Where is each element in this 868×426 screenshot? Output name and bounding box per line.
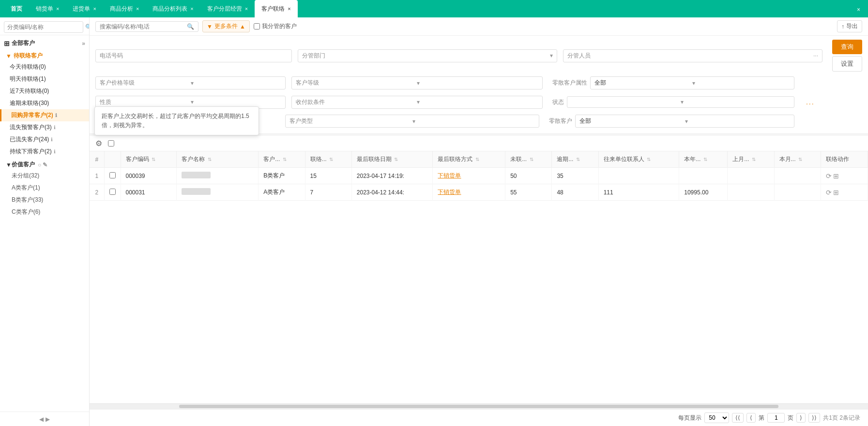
- tab-customer-contact[interactable]: 客户联络 ×: [255, 0, 297, 17]
- col-partner-contact[interactable]: 往来单位联系人 ⇅: [598, 151, 679, 168]
- row1-link-icon[interactable]: ⟳: [826, 172, 832, 180]
- select-all-checkbox[interactable]: [108, 140, 114, 147]
- row1-checkbox[interactable]: [109, 172, 116, 178]
- sidebar-bottom-toggle[interactable]: ◀ ▶: [0, 411, 89, 426]
- my-customers-checkbox[interactable]: [254, 23, 260, 29]
- tab-sales-close[interactable]: ×: [56, 6, 59, 12]
- tab-customer-mgmt-close[interactable]: ×: [245, 6, 248, 12]
- pay-terms-filter[interactable]: 收付款条件 ▾: [291, 96, 542, 109]
- row2-checkbox-cell[interactable]: [104, 184, 121, 201]
- tab-sales[interactable]: 销货单 ×: [29, 0, 66, 17]
- prev-page-button[interactable]: ⟨: [746, 413, 756, 423]
- cust-level-down-icon[interactable]: ▾: [417, 80, 538, 87]
- tab-analysis[interactable]: 商品分析 ×: [103, 0, 146, 17]
- person-more-icon[interactable]: ···: [813, 52, 818, 59]
- sidebar-search-icon[interactable]: 🔍: [85, 24, 90, 30]
- tab-analysis-list-close[interactable]: ×: [190, 6, 193, 12]
- tab-home[interactable]: 首页: [4, 0, 29, 17]
- price-level-filter[interactable]: 客户价格等级 ▾: [95, 76, 286, 89]
- export-button[interactable]: ↑ 导出: [837, 20, 862, 32]
- col-cust-type[interactable]: 客户... ⇅: [259, 151, 305, 168]
- dept-filter[interactable]: 分管部门 ▾: [298, 49, 557, 62]
- decline-info-icon[interactable]: ℹ: [54, 149, 56, 154]
- col-unlink-days[interactable]: 未联... ⇅: [505, 151, 552, 168]
- sidebar-item-lost[interactable]: 已流失客户(24) ℹ: [0, 133, 89, 146]
- sidebar-collapse-btn[interactable]: »: [82, 40, 85, 47]
- phone-input[interactable]: [126, 52, 288, 59]
- row1-last-method[interactable]: 下销货单: [433, 168, 505, 184]
- table-wrapper[interactable]: # 客户编码 ⇅ 客户名称 ⇅ 客户...: [90, 151, 868, 403]
- sidebar-pending-group[interactable]: ▼ 待联络客户: [0, 49, 89, 61]
- status-select[interactable]: ▾: [567, 96, 794, 108]
- col-name[interactable]: 客户名称 ⇅: [177, 151, 259, 168]
- cust-level-filter[interactable]: 客户等级 ▾: [291, 76, 542, 89]
- sidebar-item-decline[interactable]: 持续下滑客户(2) ℹ: [0, 146, 89, 158]
- row3-more-dots[interactable]: ...: [804, 98, 817, 106]
- dept-down-icon[interactable]: ▾: [550, 52, 553, 59]
- row2-more-icon[interactable]: ⊞: [833, 189, 839, 196]
- col-last-month[interactable]: 上月... ⇅: [728, 151, 774, 168]
- lost-pre-info-icon[interactable]: ℹ: [54, 125, 56, 130]
- col-code[interactable]: 客户编码 ⇅: [121, 151, 177, 168]
- query-button[interactable]: 查询: [832, 40, 862, 54]
- sidebar-item-today[interactable]: 今天待联络(0): [0, 61, 89, 73]
- col-last-method[interactable]: 最后联络方式 ⇅: [433, 151, 505, 168]
- phone-filter[interactable]: 电话号码: [95, 49, 292, 62]
- status-down-icon[interactable]: ▾: [681, 99, 790, 105]
- gender-down-icon[interactable]: ▾: [191, 99, 282, 105]
- col-this-year[interactable]: 本年... ⇅: [679, 151, 728, 168]
- tab-purchase[interactable]: 进货单 ×: [66, 0, 103, 17]
- sidebar-item-b-class[interactable]: B类客户(33): [0, 194, 89, 206]
- cust-type-filter[interactable]: 客户类型 ▾: [285, 115, 539, 128]
- tab-analysis-list[interactable]: 商品分析列表 ×: [146, 0, 200, 17]
- row2-last-method[interactable]: 下销货单: [433, 184, 505, 201]
- scrollbar-thumb[interactable]: [179, 405, 778, 408]
- pay-terms-down-icon[interactable]: ▾: [417, 99, 538, 105]
- repurchase-info-icon[interactable]: ℹ: [55, 113, 57, 118]
- row1-checkbox-cell[interactable]: [104, 168, 121, 184]
- table-settings-icon[interactable]: ⚙: [95, 139, 102, 148]
- person-input[interactable]: [594, 52, 813, 59]
- retail-cust-select[interactable]: 全部 ▾: [575, 115, 794, 128]
- row1-more-icon[interactable]: ⊞: [833, 172, 839, 180]
- page-input[interactable]: [767, 413, 785, 423]
- sidebar-item-tomorrow[interactable]: 明天待联络(1): [0, 73, 89, 85]
- col-overdue[interactable]: 逾期... ⇅: [552, 151, 598, 168]
- sidebar-item-ungrouped[interactable]: 未分组(32): [0, 170, 89, 182]
- sidebar-value-edit-icons[interactable]: ○ ✎: [38, 162, 48, 168]
- tab-customer-contact-close[interactable]: ×: [288, 6, 290, 12]
- sidebar-all-customers[interactable]: ⊞ 全部客户 »: [0, 35, 89, 49]
- dept-input[interactable]: [328, 52, 550, 59]
- sidebar-item-c-class[interactable]: C类客户(6): [0, 206, 89, 218]
- row2-link-icon[interactable]: ⟳: [826, 189, 832, 196]
- lost-info-icon[interactable]: ℹ: [51, 137, 53, 142]
- col-contact[interactable]: 联络... ⇅: [305, 151, 351, 168]
- filter-search-input[interactable]: [100, 23, 187, 30]
- sidebar-value-group[interactable]: ▼ 价值客户 ○ ✎: [0, 158, 89, 170]
- sidebar-item-lost-pre[interactable]: 流失预警客户(3) ℹ: [0, 121, 89, 133]
- last-page-button[interactable]: ⟩⟩: [808, 413, 820, 423]
- cust-type-down-icon[interactable]: ▾: [412, 118, 535, 125]
- person-filter[interactable]: 分管人员 ···: [563, 49, 822, 62]
- set-button[interactable]: 设置: [832, 56, 862, 72]
- retail-attr-down-icon[interactable]: ▾: [692, 80, 790, 87]
- col-this-month[interactable]: 本月... ⇅: [774, 151, 821, 168]
- horizontal-scrollbar[interactable]: [90, 403, 868, 409]
- per-page-select[interactable]: 50 100 200: [704, 412, 729, 423]
- tab-purchase-close[interactable]: ×: [93, 6, 96, 12]
- sidebar-item-7days[interactable]: 近7天待联络(0): [0, 85, 89, 97]
- retail-attr-select[interactable]: 全部 ▾: [590, 76, 794, 89]
- more-conditions-button[interactable]: ▼ 更多条件 ▲: [202, 20, 250, 32]
- sidebar-item-repurchase-abnormal[interactable]: 回购异常客户(2) ℹ: [0, 109, 89, 121]
- row2-checkbox[interactable]: [109, 189, 116, 195]
- col-last-date[interactable]: 最后联络日期 ⇅: [351, 151, 433, 168]
- next-page-button[interactable]: ⟩: [796, 413, 806, 423]
- close-all-button[interactable]: ×: [853, 4, 864, 14]
- sidebar-item-overdue[interactable]: 逾期未联络(30): [0, 97, 89, 109]
- sidebar-search-input[interactable]: [4, 21, 83, 33]
- my-customers-checkbox-label[interactable]: 我分管的客户: [254, 22, 297, 30]
- retail-cust-down-icon[interactable]: ▾: [685, 118, 790, 125]
- sidebar-item-a-class[interactable]: A类客户(1): [0, 182, 89, 194]
- tab-customer-mgmt[interactable]: 客户分层经营 ×: [200, 0, 255, 17]
- first-page-button[interactable]: ⟨⟨: [732, 413, 744, 423]
